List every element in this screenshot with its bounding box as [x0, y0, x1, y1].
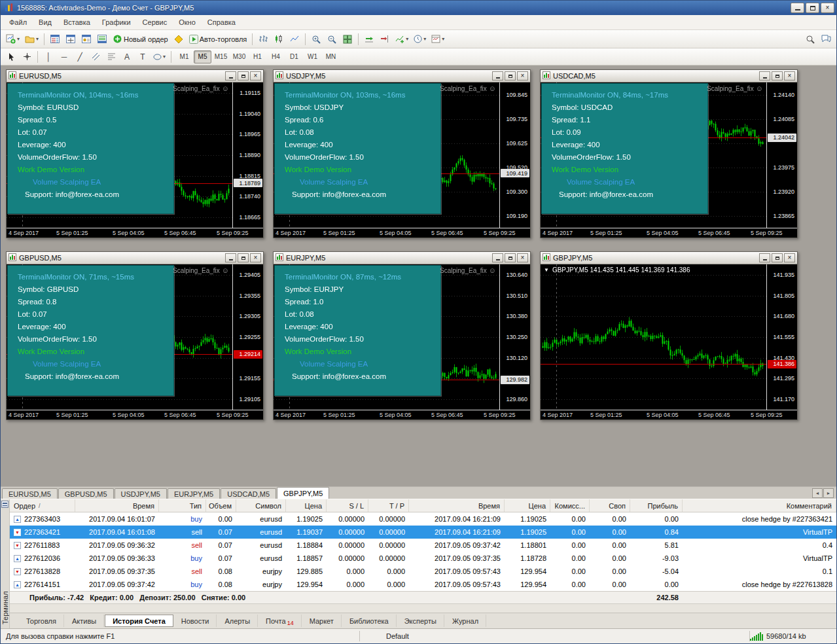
terminal-tab-alerts[interactable]: Алерты	[217, 615, 258, 627]
chart-titlebar[interactable]: USDJPY,M5×	[274, 70, 530, 82]
trendline-button[interactable]: ╱	[72, 50, 88, 64]
terminal-tab-market[interactable]: Маркет	[302, 615, 342, 627]
chart-minimize-button[interactable]	[492, 71, 503, 80]
timeframe-button-mn[interactable]: MN	[322, 50, 340, 63]
history-row[interactable]: ▲2273634032017.09.04 16:01:07buy0.00euru…	[10, 512, 836, 526]
column-header-close_price[interactable]: Цена	[505, 499, 550, 512]
fibonacci-button[interactable]	[103, 50, 119, 64]
bar-chart-mode-button[interactable]	[255, 32, 271, 46]
chart-close-button[interactable]: ×	[784, 71, 795, 80]
chart-minimize-button[interactable]	[225, 253, 236, 262]
column-header-comment[interactable]: Комментарий	[683, 499, 836, 512]
history-row[interactable]: ▼2276118832017.09.05 09:36:32sell0.07eur…	[10, 539, 836, 552]
column-header-volume[interactable]: Объем	[206, 499, 236, 512]
shapes-button[interactable]: ▾	[151, 50, 168, 64]
zoom-in-button[interactable]	[308, 32, 324, 46]
menu-item-window[interactable]: Окно	[173, 15, 202, 29]
column-header-symbol[interactable]: Символ	[236, 499, 286, 512]
column-header-profit[interactable]: Прибыль	[630, 499, 683, 512]
crosshair-button[interactable]	[19, 50, 35, 64]
chart-restore-button[interactable]	[238, 71, 249, 80]
line-chart-mode-button[interactable]	[287, 32, 302, 46]
column-header-sl[interactable]: S / L	[327, 499, 368, 512]
chart-restore-button[interactable]	[505, 71, 516, 80]
chart-plot-area[interactable]: TerminalMonitor ON, 84ms, ~17msSymbol: U…	[541, 82, 797, 238]
chart-close-button[interactable]: ×	[250, 253, 261, 262]
terminal-grip-icon[interactable]	[1, 501, 9, 508]
chart-restore-button[interactable]	[772, 71, 783, 80]
window-close-button[interactable]: ×	[821, 3, 834, 13]
timeframe-button-m5[interactable]: M5	[194, 50, 211, 63]
column-header-order[interactable]: Ордер/	[10, 499, 75, 512]
column-header-swap[interactable]: Своп	[590, 499, 630, 512]
timeframe-button-h1[interactable]: H1	[249, 50, 266, 63]
search-button[interactable]	[802, 32, 818, 46]
data-window-button[interactable]	[63, 32, 79, 46]
chart-tab-eurusd[interactable]: EURUSD,M5	[2, 488, 58, 499]
menu-item-view[interactable]: Вид	[33, 15, 58, 29]
terminal-tab-assets[interactable]: Активы	[65, 615, 104, 627]
chart-restore-button[interactable]	[772, 253, 783, 262]
terminal-tab-journal[interactable]: Журнал	[445, 615, 486, 627]
column-header-open_price[interactable]: Цена	[286, 499, 327, 512]
menu-item-insert[interactable]: Вставка	[58, 15, 96, 29]
chart-restore-button[interactable]	[505, 253, 516, 262]
profiles-button[interactable]: ▾	[22, 32, 41, 46]
candle-chart-mode-button[interactable]	[271, 32, 287, 46]
history-row[interactable]: ▼2276138282017.09.05 09:37:35sell0.08eur…	[10, 565, 836, 578]
tab-scroll-right-button[interactable]: ►	[823, 488, 834, 498]
timeframe-button-m15[interactable]: M15	[212, 50, 230, 63]
autotrading-button[interactable]: Авто-торговля	[187, 32, 250, 46]
chart-plot-area[interactable]: ▼GBPJPY,M5 141.435 141.445 141.369 141.3…	[541, 264, 797, 420]
column-header-type[interactable]: Тип	[159, 499, 206, 512]
chart-plot-area[interactable]: TerminalMonitor ON, 104ms, ~16msSymbol: …	[7, 82, 263, 238]
terminal-tab-account-history[interactable]: История Счета	[105, 615, 173, 627]
navigator-button[interactable]	[79, 32, 94, 46]
chat-button[interactable]	[818, 32, 834, 46]
column-header-tp[interactable]: T / P	[368, 499, 409, 512]
indicators-button[interactable]: ▾	[393, 32, 411, 46]
column-header-commission[interactable]: Комисс...	[550, 499, 590, 512]
timeframe-button-w1[interactable]: W1	[304, 50, 321, 63]
window-restore-button[interactable]	[806, 3, 819, 13]
timeframe-button-m1[interactable]: M1	[175, 50, 193, 63]
chart-tab-gbpjpy[interactable]: GBPJPY,M5	[277, 487, 329, 499]
metaeditor-button[interactable]	[171, 32, 187, 46]
templates-button[interactable]: ▾	[429, 32, 447, 46]
tile-windows-button[interactable]	[340, 32, 355, 46]
chart-minimize-button[interactable]	[492, 253, 503, 262]
chart-close-button[interactable]: ×	[517, 71, 528, 80]
timeframe-button-h4[interactable]: H4	[267, 50, 285, 63]
terminal-tab-mailbox[interactable]: Почта14	[258, 615, 302, 627]
history-row[interactable]: ▲2276120362017.09.05 09:36:33buy0.07euru…	[10, 552, 836, 565]
terminal-tab-news[interactable]: Новости	[174, 615, 217, 627]
column-header-open_time[interactable]: Время	[75, 499, 159, 512]
market-watch-button[interactable]	[47, 32, 63, 46]
horizontal-line-button[interactable]: ─	[56, 50, 72, 64]
column-header-close_time[interactable]: Время	[409, 499, 505, 512]
history-row[interactable]: ▲2276141512017.09.05 09:37:42buy0.08eurj…	[10, 578, 836, 591]
menu-item-help[interactable]: Справка	[202, 15, 241, 29]
chart-titlebar[interactable]: USDCAD,M5×	[541, 70, 797, 82]
history-row[interactable]: ▼2273634212017.09.04 16:01:08sell0.07eur…	[10, 526, 836, 539]
menu-item-file[interactable]: Файл	[3, 15, 33, 29]
menu-item-tools[interactable]: Сервис	[137, 15, 173, 29]
chart-titlebar[interactable]: GBPJPY,M5×	[541, 252, 797, 264]
cursor-button[interactable]	[3, 50, 19, 64]
chart-plot-area[interactable]: TerminalMonitor ON, 103ms, ~16msSymbol: …	[274, 82, 530, 238]
tab-scroll-left-button[interactable]: ◄	[812, 488, 823, 498]
timeframe-button-m30[interactable]: M30	[230, 50, 248, 63]
chart-close-button[interactable]: ×	[250, 71, 261, 80]
vertical-line-button[interactable]: │	[41, 50, 56, 64]
menu-item-charts[interactable]: Графики	[96, 15, 137, 29]
chart-titlebar[interactable]: GBPUSD,M5×	[7, 252, 263, 264]
new-order-button[interactable]: Новый ордер	[110, 32, 171, 46]
terminal-button[interactable]	[94, 32, 110, 46]
chart-minimize-button[interactable]	[759, 253, 770, 262]
status-profile[interactable]: Default	[360, 632, 749, 640]
terminal-tab-trade[interactable]: Торговля	[19, 615, 64, 627]
chart-close-button[interactable]: ×	[784, 253, 795, 262]
auto-scroll-button[interactable]	[361, 32, 377, 46]
text-button[interactable]: A	[119, 50, 135, 64]
chart-plot-area[interactable]: TerminalMonitor ON, 87ms, ~12msSymbol: E…	[274, 264, 530, 420]
